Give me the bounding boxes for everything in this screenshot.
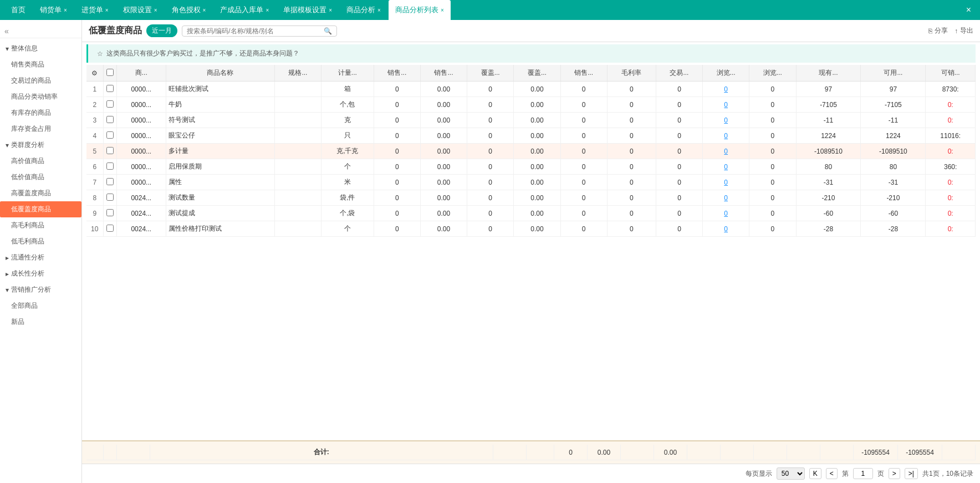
row-checkbox[interactable] [106,225,114,232]
nav-role[interactable]: 角色授权 × [165,0,213,20]
row-sales-qty: 0 [374,159,420,175]
nav-product-analysis[interactable]: 商品分析 × [340,0,387,20]
row-checkbox[interactable] [106,147,114,154]
sidebar-item-low-value[interactable]: 低价值商品 [0,169,81,185]
nav-purchase[interactable]: 进货单 × [75,0,115,20]
sidebar-item-low-coverage[interactable]: 低覆盖度商品 [0,201,81,217]
nav-product-stock-close[interactable]: × [266,7,269,13]
row-checkbox-cell[interactable] [103,190,116,206]
nav-template-close[interactable]: × [329,7,332,13]
row-checkbox-cell[interactable] [103,159,116,175]
row-sales-count: 0 [560,113,607,128]
row-browse1[interactable]: 0 [703,113,749,128]
col-checkbox[interactable] [103,65,116,82]
row-checkbox-cell[interactable] [103,97,116,113]
row-browse1[interactable]: 0 [703,190,749,206]
row-unit: 个,包 [321,97,374,113]
row-num: 6 [86,159,103,175]
nav-sales[interactable]: 销货单 × [33,0,74,20]
sidebar-item-traded-goods[interactable]: 交易过的商品 [0,73,81,89]
sidebar-section-growth[interactable]: ▸ 成长性分析 [0,266,81,282]
settings-icon[interactable]: ⚙ [91,69,98,77]
search-icon[interactable]: 🔍 [324,27,332,35]
sidebar-item-low-margin[interactable]: 低毛利商品 [0,233,81,250]
sidebar-item-new-goods[interactable]: 新品 [0,314,81,330]
sidebar-item-capital-usage[interactable]: 库存资金占用 [0,121,81,137]
sidebar-section-circulation[interactable]: ▸ 流通性分析 [0,250,81,266]
row-checkbox-cell[interactable] [103,128,116,144]
row-browse1[interactable]: 0 [703,221,749,237]
row-browse1[interactable]: 0 [703,175,749,190]
row-checkbox-cell[interactable] [103,82,116,97]
last-page-btn[interactable]: >| [905,468,918,479]
nav-product-analysis-list-close[interactable]: × [441,7,444,13]
nav-purchase-close[interactable]: × [105,7,109,13]
row-checkbox[interactable] [106,116,114,123]
search-input[interactable] [187,27,321,35]
col-settings[interactable]: ⚙ [86,65,103,82]
row-checkbox-cell[interactable] [103,175,116,190]
next-page-btn[interactable]: > [889,468,900,479]
row-checkbox[interactable] [106,178,114,185]
row-transaction: 0 [656,175,702,190]
row-checkbox[interactable] [106,85,114,92]
row-checkbox[interactable] [106,194,114,201]
share-button[interactable]: ⎘ 分享 [928,26,948,35]
nav-home[interactable]: 首页 [4,0,32,20]
row-checkbox[interactable] [106,209,114,216]
sidebar-item-sales-goods[interactable]: 销售类商品 [0,57,81,73]
sidebar-item-high-coverage[interactable]: 高覆盖度商品 [0,185,81,201]
row-browse1[interactable]: 0 [703,97,749,113]
row-sales-count: 0 [560,144,607,159]
page-prefix-label: 第 [842,469,849,479]
nav-template[interactable]: 单据模板设置 × [277,0,339,20]
share-label: 分享 [935,26,948,35]
nav-permission-close[interactable]: × [154,7,157,13]
nav-permission-label: 权限设置 [123,5,152,15]
nav-product-analysis-close[interactable]: × [377,7,381,13]
row-name: 旺辅批次测试 [166,82,274,97]
row-browse1[interactable]: 0 [703,144,749,159]
nav-product-stock[interactable]: 产成品入库单 × [213,0,275,20]
sidebar-item-high-value[interactable]: 高价值商品 [0,153,81,169]
nav-role-close[interactable]: × [203,7,206,13]
row-checkbox[interactable] [106,100,114,108]
row-checkbox[interactable] [106,131,114,139]
row-browse1[interactable]: 0 [703,82,749,97]
row-checkbox[interactable] [106,162,114,170]
page-number-input[interactable] [853,468,873,479]
row-browse2: 0 [749,175,796,190]
row-checkbox-cell[interactable] [103,113,116,128]
window-close-button[interactable]: × [962,5,976,15]
select-all-checkbox[interactable] [106,69,114,76]
row-gross-rate: 0 [607,97,656,113]
row-code: 0024... [116,190,166,206]
per-page-select[interactable]: 20 50 100 [777,467,805,480]
sidebar-item-stocked-goods[interactable]: 有库存的商品 [0,105,81,121]
date-filter-button[interactable]: 近一月 [146,24,177,37]
sidebar-collapse-btn[interactable]: « [2,27,11,35]
export-button[interactable]: ↑ 导出 [955,26,973,35]
prev-page-btn[interactable]: < [826,468,838,479]
sidebar-item-all-goods[interactable]: 全部商品 [0,298,81,314]
nav-sales-close[interactable]: × [64,7,67,13]
table-row: 6 0000... 启用保质期 个 0 0.00 0 0.00 0 0 0 0 … [86,159,976,175]
row-unit: 袋,件 [321,190,374,206]
row-browse1[interactable]: 0 [703,206,749,221]
top-nav: 首页 销货单 × 进货单 × 权限设置 × 角色授权 × 产成品入库单 × 单据… [0,0,980,20]
sidebar-section-overall[interactable]: ▾ 整体信息 [0,40,81,57]
row-checkbox-cell[interactable] [103,221,116,237]
row-current: -31 [796,175,861,190]
first-page-btn[interactable]: K [809,468,821,479]
nav-permission[interactable]: 权限设置 × [116,0,164,20]
sidebar-item-high-margin[interactable]: 高毛利商品 [0,217,81,233]
row-checkbox-cell[interactable] [103,206,116,221]
sidebar-section-cluster[interactable]: ▾ 类群度分析 [0,137,81,153]
row-num: 10 [86,221,103,237]
sidebar-item-category-rate[interactable]: 商品分类动销率 [0,89,81,105]
row-browse1[interactable]: 0 [703,159,749,175]
row-checkbox-cell[interactable] [103,144,116,159]
row-browse1[interactable]: 0 [703,128,749,144]
sidebar-section-marketing[interactable]: ▾ 营销推广分析 [0,282,81,298]
nav-product-analysis-list[interactable]: 商品分析列表 × [389,0,451,20]
